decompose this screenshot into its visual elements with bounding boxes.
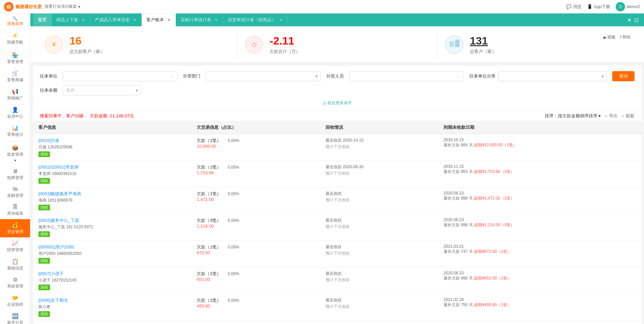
sidebar-item-zero-mall[interactable]: 🛒 零售商城	[0, 67, 30, 86]
quick-nav-icon: ⚡	[12, 32, 19, 39]
results-bar: 搜索结果中，客户16家， 欠款金额 -21,148.07元 排序：按欠款金额倒序…	[33, 111, 641, 121]
sidebar-item-capital-label: 资金管理	[7, 229, 23, 235]
overdue-amount-0[interactable]: 超期¥10,000.00（1笔）	[474, 143, 517, 147]
cell-due-date-3: 2020.06.23 最长欠款 998 天 超期¥1,214.00（3笔）	[438, 214, 641, 241]
customer-code-2[interactable]: [0003]	[38, 191, 51, 196]
help-icon: ?	[619, 35, 622, 40]
user-avatar[interactable]: D demo2	[616, 2, 640, 11]
overdue-amount-3[interactable]: 超期¥1,214.00（3笔）	[474, 223, 514, 227]
filter-dept-input[interactable]: ▾	[206, 71, 320, 81]
tab-customer-account-close-btn[interactable]: ✕	[167, 18, 171, 22]
tab-product-inbound[interactable]: 产成品入库单历史 ✕	[90, 13, 142, 26]
sidebar-item-zero-sales-mgmt[interactable]: 🏪 零售管理	[0, 49, 30, 67]
sidebar-search-label[interactable]: 搜索菜单	[2, 21, 28, 27]
debt-ratio-5: 0.00%	[228, 271, 239, 276]
tab-goods-close-btn[interactable]: ✕	[82, 18, 85, 22]
tenant-selector[interactable]: 母婴行业演示账套 ▾	[45, 4, 80, 9]
sidebar-item-basic-info[interactable]: 📋 基础信息	[0, 256, 30, 274]
sidebar-item-capital[interactable]: 💰 资金管理	[0, 219, 30, 237]
retail-stats-icon: 📊	[12, 125, 19, 131]
filter-balance-select[interactable]: 选择... ▾	[63, 85, 141, 95]
tab-goods-online-offline[interactable]: 商品上下架 ✕	[52, 13, 90, 26]
debt-amount-4[interactable]: 672.00	[197, 250, 210, 255]
filter-person-input[interactable]: ···	[349, 71, 464, 81]
customer-code-0[interactable]: [0016]	[38, 138, 51, 143]
debt-amount-1[interactable]: 1,703.68	[197, 170, 214, 175]
overdue-amount-4[interactable]: 超期¥672.00（1笔）	[474, 249, 511, 254]
sidebar-item-enterprise-coop[interactable]: 🤝 企业协同	[0, 292, 30, 310]
sidebar-item-system[interactable]: ⚙ 系统管理	[0, 274, 30, 292]
debt-amount-5[interactable]: 652.00	[197, 277, 210, 282]
customer-name-2[interactable]: 畅捷服务尹海燕	[51, 191, 81, 196]
refresh-btn[interactable]: ○ 刷新	[622, 113, 635, 119]
help-btn[interactable]: ? 帮助	[619, 34, 631, 40]
query-button[interactable]: 查询	[612, 71, 635, 81]
filter-item-dept: 分管部门 ▾	[183, 71, 320, 81]
customer-name-6[interactable]: 去下粮仓	[51, 298, 68, 303]
tab-customer-account[interactable]: 客户账本 ✕	[142, 13, 176, 26]
sidebar-item-quick-nav[interactable]: ⚡ 快捷导航	[0, 30, 30, 48]
table-wrapper: 客户信息 欠交易信息（占比） 回收情况 到期未收款日期 [0016]吕俊 吕俊 …	[33, 121, 641, 324]
sidebar-item-marketing[interactable]: 📢 营销推广	[0, 86, 30, 104]
view-video-btn[interactable]: ▶ 视频	[604, 34, 615, 40]
collapse-filter-btn[interactable]: ⋀ 收起更多条件	[40, 98, 635, 108]
customer-code-1[interactable]: [0001020001]	[38, 165, 65, 170]
tab-inbound-stats-close-btn[interactable]: ✕	[279, 18, 283, 22]
customer-name-3[interactable]: 服务中心_丁磊	[51, 218, 79, 223]
sidebar-item-member-center[interactable]: 👤 会员中心	[0, 104, 30, 122]
sidebar-item-purchase[interactable]: 🛍 采购管理	[0, 183, 30, 201]
tab-purchase-order-stats[interactable]: 采购订单统计表 ✕	[176, 13, 223, 26]
overdue-amount-2[interactable]: 超期¥1,471.00（1笔）	[474, 196, 514, 201]
tab-product-inbound-close-btn[interactable]: ✕	[133, 18, 137, 22]
sidebar-item-new-guide-label: 新手引导	[7, 320, 23, 324]
recovery-date-5: 最近收款	[326, 271, 433, 276]
debt-amount-2[interactable]: 1,471.00	[197, 197, 214, 202]
debt-amount-0[interactable]: 10,000.00	[197, 144, 216, 149]
unit-category-arrow-icon: ▾	[601, 74, 604, 79]
cell-debt-6: 欠款（1笔） 0.00% 455.90	[191, 294, 320, 321]
tab-close-all-btn[interactable]: ✕	[627, 17, 632, 23]
customer-name-1[interactable]: 李老师	[65, 165, 79, 170]
cell-customer-0: [0016]吕俊 吕俊 13026203696 现销	[33, 134, 191, 161]
recovery-next-3: 预计下次收款	[326, 224, 433, 230]
customer-name-5[interactable]: 小迸千	[51, 271, 64, 276]
enterprise-coop-icon: 🤝	[12, 295, 19, 301]
marketing-icon: 📢	[12, 88, 19, 95]
dept-arrow-icon: ▾	[315, 74, 318, 79]
app-download-btn[interactable]: 📱 App下载	[587, 4, 610, 10]
debt-amount-3[interactable]: 1,214.00	[197, 224, 214, 229]
tab-goods-label: 商品上下架	[56, 17, 78, 23]
message-btn[interactable]: 💬 消息	[566, 4, 582, 10]
debt-amount-6[interactable]: 455.90	[197, 303, 210, 308]
sidebar-search[interactable]: 🔍 搜索菜单	[0, 13, 30, 30]
overdue-amount-6[interactable]: 超期¥455.90（1笔）	[474, 302, 511, 307]
customer-code-4[interactable]: [000002]	[38, 244, 56, 249]
tab-maximize-btn[interactable]: ⊡	[634, 17, 639, 23]
sidebar-item-marketing-label: 营销推广	[7, 95, 23, 101]
customer-name-4[interactable]: 用户2050	[56, 244, 74, 249]
overdue-amount-5[interactable]: 超期¥652.00（1笔）	[474, 276, 511, 281]
sidebar-item-zero-stats[interactable]: 📊 零售统计	[0, 122, 30, 140]
export-btn[interactable]: ○ 导出	[605, 113, 618, 119]
table-row: [0007]小迸千 小迸千 18279152100 现销 欠款（1笔） 0.00…	[33, 267, 641, 294]
customer-code-6[interactable]: [0006]	[38, 298, 51, 303]
sidebar-item-inventory[interactable]: 🗄 库存核算	[0, 201, 30, 219]
customer-code-5[interactable]: [0007]	[38, 271, 51, 276]
customer-code-3[interactable]: [0002]	[38, 218, 51, 223]
sidebar-item-batch-mgmt[interactable]: 📦 批发管理 ▾	[0, 142, 30, 166]
recovery-next-4: 预计下次收款	[326, 251, 433, 256]
tab-home[interactable]: 首页	[33, 13, 52, 26]
sidebar-item-enterprise-coop-label: 企业协同	[7, 302, 23, 307]
export-icon: ○	[605, 114, 608, 119]
customer-name-0[interactable]: 吕俊	[51, 138, 59, 143]
filter-unit-category-input[interactable]: ▾	[498, 71, 607, 81]
filter-source-unit-input[interactable]: ···	[63, 71, 177, 81]
tab-customer-account-label: 客户账本	[146, 17, 164, 23]
tab-purchase-stats-close-btn[interactable]: ✕	[215, 18, 218, 22]
overdue-amount-1[interactable]: 超期¥1,703.68（1笔）	[474, 169, 514, 174]
due-date-0: 2020.10.15	[444, 138, 636, 142]
sidebar-item-ecommerce[interactable]: 🖥 电商管理	[0, 166, 30, 183]
tab-inbound-stats[interactable]: 进货单统计表（按商品） ✕	[223, 13, 288, 26]
sidebar-item-new-guide[interactable]: 🆕 新手引导	[0, 310, 30, 324]
sidebar-item-ops[interactable]: 📈 经营管理	[0, 237, 30, 256]
